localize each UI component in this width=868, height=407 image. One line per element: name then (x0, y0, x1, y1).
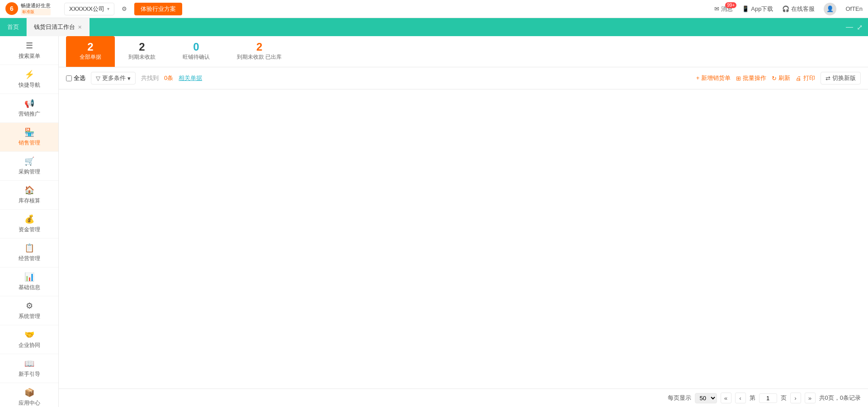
online-service-label: 在线客服 (791, 5, 815, 13)
system-icon: ⚙ (26, 301, 33, 311)
sidebar-label-system: 系统管理 (19, 313, 40, 320)
sidebar-label-management: 经营管理 (19, 255, 40, 262)
refresh-button[interactable]: ↻ 刷新 (772, 74, 790, 82)
stat-number-overdue: 2 (139, 41, 145, 53)
tab-close-icon[interactable]: ✕ (78, 24, 82, 30)
sidebar-label-finance: 资金管理 (19, 226, 40, 234)
print-icon: 🖨 (796, 75, 802, 82)
table-area (59, 89, 868, 388)
sidebar-item-system[interactable]: ⚙ 系统管理 (0, 296, 58, 325)
sidebar: ☰ 搜索菜单 ⚡ 快捷导航 📢 营销推广 🏪 销售管理 🛒 采购管理 🏠 库存核… (0, 36, 59, 407)
app-download-button[interactable]: 📱 App下载 (742, 5, 773, 13)
app-center-icon: 📦 (24, 388, 34, 398)
cooperation-icon: 🤝 (24, 330, 34, 340)
search-menu-icon: ☰ (26, 41, 33, 51)
total-records-text: 共0页，0条记录 (819, 394, 861, 402)
stat-tab-overdue-shipped[interactable]: 2 到期未收款 已出库 (223, 36, 295, 67)
trial-button[interactable]: 体验行业方案 (134, 3, 182, 15)
stat-number-overdue-shipped: 2 (256, 41, 262, 53)
company-selector[interactable]: XXXXXX公司 ▾ (64, 3, 114, 15)
sidebar-item-management[interactable]: 📋 经营管理 (0, 239, 58, 267)
minimize-icon[interactable]: — (846, 23, 853, 31)
management-icon: 📋 (24, 243, 34, 253)
sidebar-item-app-center[interactable]: 📦 应用中心 (0, 383, 58, 407)
found-count: 0条 (164, 74, 173, 82)
related-records-link[interactable]: 相关单据 (179, 74, 202, 82)
toolbar-right: + 新增销货单 ⊞ 批量操作 ↻ 刷新 🖨 打印 ⇄ 切换新版 (696, 72, 861, 84)
select-all-checkbox[interactable]: 全选 (66, 74, 85, 82)
sidebar-item-guide[interactable]: 📖 新手引导 (0, 354, 58, 383)
pagination: 每页显示 50 « ‹ 第 页 › » 共0页，0条记录 (59, 388, 868, 407)
sidebar-item-search[interactable]: ☰ 搜索菜单 (0, 36, 58, 65)
message-badge: 99+ (725, 2, 736, 8)
next-page-button[interactable]: › (790, 393, 801, 403)
sidebar-item-purchase[interactable]: 🛒 采购管理 (0, 152, 58, 181)
logo-area: 6 畅捷通好生意 标准版 (5, 2, 64, 15)
sidebar-item-finance[interactable]: 💰 资金管理 (0, 210, 58, 239)
header-right: ✉ 消息 99+ 📱 App下载 🎧 在线客服 👤 OfTEn (714, 3, 863, 15)
select-all-input[interactable] (66, 75, 72, 81)
content-area: 2 全部单据 2 到期未收款 0 旺铺待确认 2 到期未收款 已出库 全选 (59, 36, 868, 407)
settings-button[interactable]: ⚙ (118, 3, 131, 15)
sidebar-item-marketing[interactable]: 📢 营销推广 (0, 94, 58, 123)
user-avatar[interactable]: 👤 (824, 3, 836, 15)
print-button[interactable]: 🖨 打印 (796, 74, 815, 82)
filter-chevron-icon: ▾ (127, 75, 131, 82)
tab-bar: 首页 钱货日清工作台 ✕ — ⤢ (0, 18, 868, 36)
app-download-icon: 📱 (742, 5, 749, 12)
message-icon: ✉ (714, 5, 719, 12)
finance-icon: 💰 (24, 214, 34, 224)
sidebar-item-basic-info[interactable]: 📊 基础信息 (0, 267, 58, 296)
sidebar-item-cooperation[interactable]: 🤝 企业协同 (0, 325, 58, 354)
batch-operation-button[interactable]: ⊞ 批量操作 (736, 74, 766, 82)
tab-workbench-label: 钱货日清工作台 (34, 23, 75, 31)
print-label: 打印 (803, 74, 815, 82)
sidebar-label-search: 搜索菜单 (19, 52, 40, 60)
logo-badge: 标准版 (21, 9, 51, 15)
found-text: 共找到 (141, 74, 159, 82)
chevron-down-icon: ▾ (107, 6, 109, 11)
page-prefix-label: 第 (750, 394, 755, 402)
page-suffix-label: 页 (781, 394, 787, 402)
company-name: XXXXXX公司 (69, 5, 104, 13)
filter-icon: ▽ (96, 75, 100, 82)
prev-page-button[interactable]: ‹ (735, 393, 746, 403)
maximize-icon[interactable]: ⤢ (857, 23, 863, 32)
person-icon: 👤 (826, 5, 834, 12)
sidebar-item-sales[interactable]: 🏪 销售管理 (0, 123, 58, 152)
last-page-button[interactable]: » (805, 393, 816, 403)
tab-workbench[interactable]: 钱货日清工作台 ✕ (27, 18, 90, 36)
sidebar-item-inventory[interactable]: 🏠 库存核算 (0, 181, 58, 210)
stat-number-wangpu: 0 (193, 41, 199, 53)
tab-home[interactable]: 首页 (0, 18, 27, 36)
inventory-icon: 🏠 (24, 185, 34, 195)
sidebar-label-basic-info: 基础信息 (19, 284, 40, 291)
first-page-button[interactable]: « (721, 393, 731, 403)
sidebar-item-quick-nav[interactable]: ⚡ 快捷导航 (0, 65, 58, 94)
per-page-select[interactable]: 50 (695, 393, 717, 403)
main-layout: ☰ 搜索菜单 ⚡ 快捷导航 📢 营销推广 🏪 销售管理 🛒 采购管理 🏠 库存核… (0, 36, 868, 407)
message-button[interactable]: ✉ 消息 99+ (714, 5, 733, 13)
logo-text: 畅捷通好生意 (21, 2, 51, 9)
window-controls: — ⤢ (846, 23, 868, 32)
switch-version-button[interactable]: ⇄ 切换新版 (821, 72, 861, 84)
stat-number-all: 2 (87, 41, 93, 53)
stat-tab-all[interactable]: 2 全部单据 (66, 36, 115, 67)
top-header: 6 畅捷通好生意 标准版 XXXXXX公司 ▾ ⚙ 体验行业方案 ✉ 消息 99… (0, 0, 868, 18)
logo-icon: 6 (5, 2, 18, 15)
lightning-icon: ⚡ (24, 70, 34, 80)
stat-label-overdue-shipped: 到期未收款 已出库 (237, 53, 282, 61)
add-sales-button[interactable]: + 新增销货单 (696, 74, 731, 82)
sidebar-label-guide: 新手引导 (19, 370, 40, 378)
stat-tab-overdue[interactable]: 2 到期未收款 (115, 36, 169, 67)
tab-home-label: 首页 (7, 23, 19, 31)
toolbar-left: 全选 ▽ 更多条件 ▾ 共找到 0条 相关单据 (66, 72, 691, 84)
filter-button[interactable]: ▽ 更多条件 ▾ (91, 72, 136, 84)
stat-tab-wangpu[interactable]: 0 旺铺待确认 (169, 36, 223, 67)
purchase-icon: 🛒 (24, 156, 34, 166)
page-number-input[interactable] (759, 393, 777, 403)
sidebar-label-purchase: 采购管理 (19, 168, 40, 176)
sidebar-label-sales: 销售管理 (19, 139, 40, 147)
sidebar-label-inventory: 库存核算 (19, 197, 40, 205)
online-service-button[interactable]: 🎧 在线客服 (782, 5, 815, 13)
